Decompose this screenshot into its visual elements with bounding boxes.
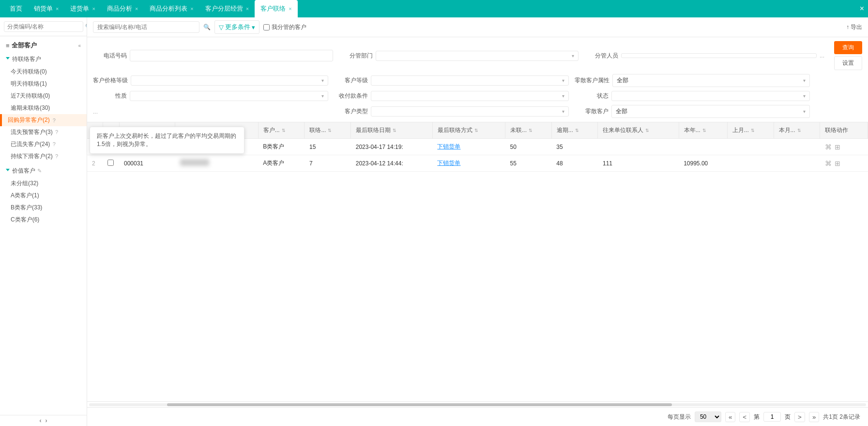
value-customers-expand-icon [6,169,10,173]
row-2-last-method[interactable]: 下销货单 [432,155,505,172]
row-1-link-icon[interactable]: ⌘ [825,143,832,151]
sidebar-group-value-customers[interactable]: 价值客户 ✎ [0,164,87,177]
more-conditions-button[interactable]: ▽ 更多条件 ▾ [214,20,259,34]
col-header-this-year[interactable]: 本年... ⇅ [679,122,727,139]
phone-input[interactable] [130,50,333,61]
customer-table-wrapper[interactable]: ⚙ 客户编码 ⇅ 客户名称 [87,122,868,401]
last-month-sort-icon: ⇅ [751,128,755,133]
nature-select[interactable]: ▾ [130,91,328,101]
retail-attribute-chevron-icon: ▾ [803,78,806,83]
sidebar-item-class-b[interactable]: B类客户(33) [0,202,87,214]
this-year-sort-icon: ⇅ [702,128,706,133]
payment-select[interactable]: ▾ [371,91,569,101]
sidebar-item-7day-contact[interactable]: 近7天待联络(0) [0,90,87,102]
all-customers-item[interactable]: ≡ 全部客户 « [0,38,87,53]
col-header-last-month[interactable]: 上月... ⇅ [727,122,774,139]
col-header-type[interactable]: 客户... ⇅ [258,122,305,139]
close-sales-icon[interactable]: × [56,6,59,12]
prev-page-button[interactable]: < [739,412,750,422]
row-2-checkbox[interactable] [107,160,114,166]
row-2-name-blurred [180,159,209,166]
row-1-last-month [727,139,774,155]
close-purchase-icon[interactable]: × [92,6,95,12]
close-customer-contact-icon[interactable]: × [289,6,291,12]
manager-select[interactable] [621,53,817,58]
row-2-menu-icon[interactable]: ⊞ [835,160,840,167]
row-2-this-month [774,155,820,172]
sidebar-item-overdue-contact[interactable]: 逾期未联络(30) [0,102,87,114]
sidebar-item-ungrouped[interactable]: 未分组(32) [0,177,87,190]
filter-nature: 性质 ▾ [93,91,328,101]
col-header-last-date[interactable]: 最后联络日期 ⇅ [351,122,433,139]
nav-purchase[interactable]: 进货单 × [64,0,101,17]
sidebar-item-today-contact[interactable]: 今天待联络(0) [0,66,87,78]
scrollbar-thumb[interactable] [167,403,672,406]
nav-product-analysis[interactable]: 商品分析 × [101,0,144,17]
row-2-link-icon[interactable]: ⌘ [825,160,832,167]
query-button[interactable]: 查询 [834,41,862,54]
sidebar-item-class-c[interactable]: C类客户(6) [0,214,87,226]
sidebar-right-arrow[interactable]: › [46,417,47,424]
row-1-this-year [679,139,727,155]
filter-manager: 分管人员 ... [584,52,824,60]
nav-customer-contact[interactable]: 客户联络 × [255,0,297,17]
col-header-last-method[interactable]: 最后联络方式 ⇅ [432,122,505,139]
close-product-analysis-icon[interactable]: × [135,6,138,12]
status-select[interactable]: ▾ [611,91,810,101]
nav-home[interactable]: 首页 [4,0,28,17]
sidebar-item-tomorrow-contact[interactable]: 明天待联络(1) [0,78,87,90]
last-page-button[interactable]: » [809,412,819,422]
sidebar-item-declining[interactable]: 持续下滑客户(2) ? [0,150,87,162]
filter-search-icon[interactable]: 🔍 [203,24,211,30]
export-icon: ↑ [846,24,849,30]
close-customer-segment-icon[interactable]: × [246,6,249,12]
per-page-select[interactable]: 50 100 200 [695,411,721,422]
col-header-overdue[interactable]: 逾期... ⇅ [551,122,598,139]
advanced-filters: 电话号码 分管部门 ▾ 分管人员 ... 查询 [87,37,868,122]
next-page-button[interactable]: > [794,412,805,422]
nav-customer-segment[interactable]: 客户分层经营 × [199,0,255,17]
page-number-input[interactable] [763,412,781,422]
row-checkbox-2[interactable] [103,155,119,172]
col-header-uncontacted[interactable]: 未联... ⇅ [505,122,551,139]
filter-retail-customer: 零散客户 全部 ▾ [575,105,810,118]
my-customers-checkbox[interactable] [263,24,270,30]
nav-sales[interactable]: 销货单 × [28,0,64,17]
sidebar-search-input[interactable] [4,21,83,32]
sidebar-item-repurchase-abnormal[interactable]: 回购异常客户(2) ? [0,114,87,126]
nav-product-list[interactable]: 商品分析列表 × [144,0,199,17]
customer-grade-select[interactable]: ▾ [371,75,569,86]
retail-customer-select[interactable]: 全部 ▾ [611,105,810,118]
first-page-button[interactable]: « [725,412,735,422]
my-customers-checkbox-label[interactable]: 我分管的客户 [263,23,306,31]
sidebar-group-pending-contact[interactable]: 待联络客户 [0,53,87,66]
horizontal-scrollbar[interactable] [87,401,868,407]
row-1-menu-icon[interactable]: ⊞ [835,143,840,151]
sidebar-item-loss-warning[interactable]: 流失预警客户(3) ? [0,126,87,138]
filter-extra-dots: ... [93,108,328,115]
retail-attribute-select[interactable]: 全部 ▾ [612,74,810,87]
close-all-tabs-button[interactable]: × [860,4,864,13]
col-header-this-month[interactable]: 本月... ⇅ [774,122,820,139]
price-grade-select[interactable]: ▾ [131,75,328,86]
row-1-last-method[interactable]: 下销货单 [432,139,505,155]
action-icons-1: ⌘ ⊞ [825,143,863,151]
customer-type-select[interactable]: ▾ [371,106,569,117]
extra-dots-icon[interactable]: ... [93,108,98,115]
col-header-contact-person[interactable]: 往来单位联系人 ⇅ [598,122,679,139]
close-product-list-icon[interactable]: × [190,6,193,12]
settings-button[interactable]: 设置 [834,56,862,70]
filter-search-input[interactable] [93,21,199,33]
dept-select[interactable]: ▾ [376,51,579,61]
scrollbar-track[interactable] [89,403,866,406]
export-button[interactable]: ↑ 导出 [846,23,862,31]
value-customers-edit-icon[interactable]: ✎ [37,168,42,174]
sidebar-item-class-a[interactable]: A类客户(1) [0,190,87,202]
tooltip-popup: 距客户上次交易时长，超过了此客户的平均交易周期的1.5倍，则视为异常。 [90,127,244,154]
col-header-contact-count[interactable]: 联络... ⇅ [305,122,351,139]
manager-more-icon[interactable]: ... [820,52,824,59]
active-indicator [0,114,2,126]
sidebar-item-lost-customers[interactable]: 已流失客户(24) ? [0,138,87,150]
sidebar-left-arrow[interactable]: ‹ [40,417,42,424]
collapse-sidebar-icon[interactable]: « [78,43,81,48]
